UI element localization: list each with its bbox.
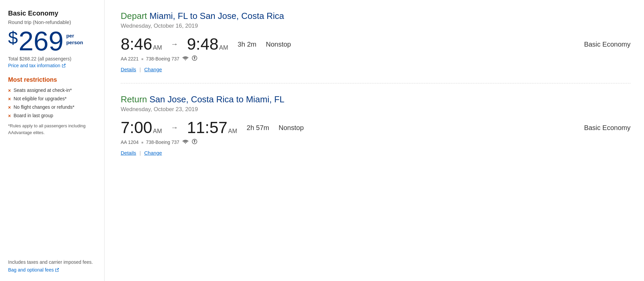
- depart-title: Depart Miami, FL to San Jose, Costa Rica: [121, 11, 631, 21]
- return-title: Return San Jose, Costa Rica to Miami, FL: [121, 94, 631, 105]
- restriction-x-icon-1: ×: [8, 88, 11, 93]
- return-dot-sep: ■: [141, 140, 143, 144]
- restriction-x-icon-4: ×: [8, 113, 11, 119]
- svg-point-0: [185, 59, 186, 60]
- return-depart-time: 7:00AM: [121, 120, 162, 136]
- depart-route: Miami, FL to San Jose, Costa Rica: [149, 11, 284, 21]
- restriction-text-2: Not eligible for upgrades*: [13, 96, 66, 101]
- depart-time: 8:46AM: [121, 36, 162, 52]
- depart-fare-class: Basic Economy: [584, 41, 631, 48]
- return-arrive-time-value: 11:57: [187, 119, 227, 136]
- svg-point-6: [185, 143, 186, 144]
- return-arrive-time: 11:57AM: [187, 120, 237, 136]
- return-nonstop: Nonstop: [279, 124, 304, 132]
- includes-fees: Includes taxes and carrier imposed fees.: [8, 259, 96, 265]
- depart-header: Depart Miami, FL to San Jose, Costa Rica…: [121, 11, 631, 29]
- total-price: Total $268.22 (all passengers): [8, 56, 96, 61]
- return-duration: 2h 57m: [247, 124, 269, 132]
- left-panel: Basic Economy Round trip (Non-refundable…: [0, 0, 105, 281]
- return-depart-time-value: 7:00: [121, 119, 152, 136]
- restrictions-list: × Seats assigned at check-in* × Not elig…: [8, 87, 96, 121]
- return-route: San Jose, Costa Rica to Miami, FL: [149, 94, 284, 104]
- per-person-label: per person: [66, 32, 83, 46]
- depart-nonstop: Nonstop: [266, 41, 291, 48]
- restriction-item-1: × Seats assigned at check-in*: [8, 87, 96, 93]
- return-arrive-time-ampm: AM: [228, 128, 237, 134]
- return-pipe-sep: |: [140, 150, 141, 156]
- depart-times-row: 8:46AM → 9:48AM 3h 2m Nonstop Basic Econ…: [121, 36, 631, 52]
- bag-fees-link[interactable]: Bag and optional fees: [8, 267, 59, 273]
- restriction-x-icon-3: ×: [8, 105, 11, 110]
- depart-time-value: 8:46: [121, 35, 152, 53]
- arrive-time-ampm: AM: [219, 44, 228, 51]
- depart-links-row: Details | Change: [121, 67, 631, 72]
- bag-fees-ext-icon: [55, 268, 59, 272]
- bottom-section: Includes taxes and carrier imposed fees.…: [8, 253, 96, 273]
- return-info-row: AA 1204 ■ 738-Boeing 737: [121, 138, 631, 146]
- return-aircraft: 738-Boeing 737: [146, 139, 179, 145]
- depart-change-link[interactable]: Change: [144, 67, 162, 72]
- depart-dot-sep: ■: [141, 57, 143, 61]
- depart-info-row: AA 2221 ■ 738-Boeing 737: [121, 55, 631, 62]
- return-date: Wednesday, October 23, 2019: [121, 106, 631, 113]
- restriction-text-3: No flight changes or refunds*: [13, 104, 75, 110]
- restriction-item-3: × No flight changes or refunds*: [8, 104, 96, 110]
- depart-details-link[interactable]: Details: [121, 67, 136, 72]
- right-panel: Depart Miami, FL to San Jose, Costa Rica…: [105, 0, 644, 281]
- return-depart-time-ampm: AM: [153, 128, 162, 134]
- restriction-item-2: × Not eligible for upgrades*: [8, 96, 96, 102]
- depart-word: Depart: [121, 11, 147, 21]
- price-amount: 269: [19, 29, 63, 53]
- return-times-row: 7:00AM → 11:57AM 2h 57m Nonstop Basic Ec…: [121, 120, 631, 136]
- depart-power-icon: [192, 55, 198, 62]
- price-tax-link[interactable]: Price and tax information: [8, 63, 96, 68]
- restrictions-title: Most restrictions: [8, 76, 96, 83]
- price-row: $ 269 per person: [8, 29, 96, 53]
- return-header: Return San Jose, Costa Rica to Miami, FL…: [121, 94, 631, 113]
- return-power-icon: [192, 138, 198, 146]
- trip-type: Round trip (Non-refundable): [8, 19, 96, 25]
- depart-duration: 3h 2m: [238, 41, 257, 48]
- arrive-time: 9:48AM: [187, 36, 228, 52]
- restriction-x-icon-2: ×: [8, 96, 11, 102]
- restriction-item-4: × Board in last group: [8, 113, 96, 119]
- return-change-link[interactable]: Change: [144, 150, 162, 156]
- price-dollar-sign: $: [8, 29, 18, 47]
- depart-wifi-icon: [182, 55, 189, 62]
- return-links-row: Details | Change: [121, 150, 631, 156]
- return-flight-number: AA 1204: [121, 139, 139, 145]
- return-section: Return San Jose, Costa Rica to Miami, FL…: [121, 83, 631, 156]
- depart-arrow: →: [171, 40, 178, 49]
- depart-date: Wednesday, October 16, 2019: [121, 23, 631, 29]
- return-wifi-icon: [182, 139, 189, 146]
- restrictions-note: *Rules apply to all passengers including…: [8, 123, 96, 136]
- return-arrow: →: [171, 123, 178, 132]
- depart-flight-number: AA 2221: [121, 56, 139, 61]
- depart-time-ampm: AM: [153, 44, 162, 51]
- fare-type: Basic Economy: [8, 9, 96, 17]
- return-fare-class: Basic Economy: [584, 124, 631, 132]
- depart-section: Depart Miami, FL to San Jose, Costa Rica…: [121, 11, 631, 72]
- restriction-text-4: Board in last group: [13, 113, 53, 118]
- arrive-time-value: 9:48: [187, 35, 218, 53]
- depart-aircraft: 738-Boeing 737: [146, 56, 179, 61]
- restriction-text-1: Seats assigned at check-in*: [13, 87, 72, 93]
- external-link-icon: [61, 63, 66, 68]
- depart-pipe-sep: |: [140, 67, 141, 72]
- return-word: Return: [121, 94, 147, 104]
- return-details-link[interactable]: Details: [121, 150, 136, 156]
